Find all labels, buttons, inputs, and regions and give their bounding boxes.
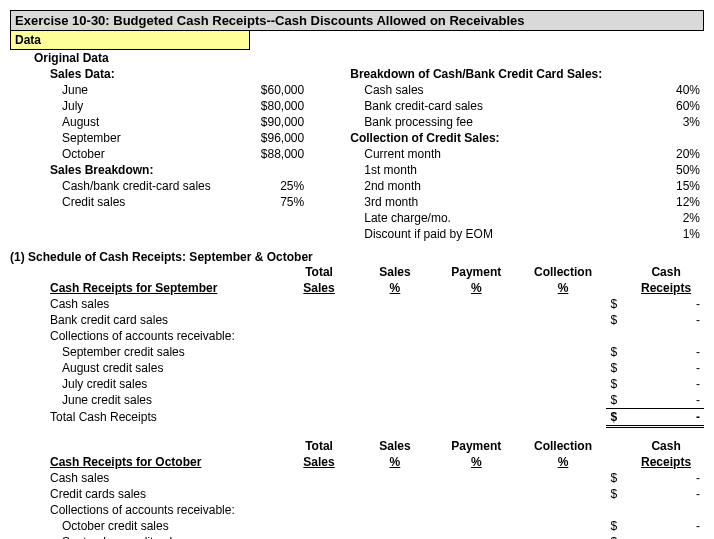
coll-disc-pct: 1% <box>626 226 704 242</box>
card-fee: Bank processing fee <box>346 114 612 130</box>
coll-cur-pct: 20% <box>626 146 704 162</box>
amt-oct: $88,000 <box>230 146 308 162</box>
dash: - <box>628 376 704 392</box>
dollar: $ <box>606 360 628 376</box>
col-total-sales-1: Total <box>281 264 357 280</box>
col-sales-pct-2: % <box>357 280 433 296</box>
dollar: $ <box>606 409 628 427</box>
dollar: $ <box>606 518 628 534</box>
card-cash-pct: 40% <box>626 82 704 98</box>
col-coll-pct-2b: % <box>520 454 607 470</box>
data-bar: Data <box>10 31 250 50</box>
month-sep: September <box>10 130 230 146</box>
dash: - <box>628 360 704 376</box>
oct-r1: Cash sales <box>10 470 281 486</box>
col-coll-pct-1b: Collection <box>520 438 607 454</box>
coll-m3: 3rd month <box>346 194 612 210</box>
oct-r2: Credit cards sales <box>10 486 281 502</box>
card-cash: Cash sales <box>346 82 612 98</box>
dash: - <box>628 534 704 539</box>
dollar: $ <box>606 312 628 328</box>
sales-breakdown-hdr: Sales Breakdown: <box>10 162 230 178</box>
dash: - <box>628 344 704 360</box>
card-bank: Bank credit-card sales <box>346 98 612 114</box>
dash: - <box>628 409 704 427</box>
coll-m2-pct: 15% <box>626 178 704 194</box>
bd-credit: Credit sales <box>10 194 230 210</box>
month-oct: October <box>10 146 230 162</box>
sep-r5: August credit sales <box>10 360 281 376</box>
title-bar: Exercise 10-30: Budgeted Cash Receipts--… <box>10 10 704 31</box>
month-aug: August <box>10 114 230 130</box>
coll-disc: Discount if paid by EOM <box>346 226 612 242</box>
oct-r4: October credit sales <box>10 518 281 534</box>
col-cash-r-2: Receipts <box>628 280 704 296</box>
coll-m1: 1st month <box>346 162 612 178</box>
col-cash-r-1b: Cash <box>628 438 704 454</box>
sales-data-hdr: Sales Data: <box>10 66 230 82</box>
dash: - <box>628 312 704 328</box>
sep-r6: July credit sales <box>10 376 281 392</box>
dash: - <box>628 518 704 534</box>
col-pay-pct-1b: Payment <box>433 438 520 454</box>
sep-hdr: Cash Receipts for September <box>10 280 281 296</box>
col-sales-pct-1: Sales <box>357 264 433 280</box>
oct-hdr: Cash Receipts for October <box>10 454 281 470</box>
sep-r2: Bank credit card sales <box>10 312 281 328</box>
dash: - <box>628 392 704 409</box>
col-sales-pct-2b: % <box>357 454 433 470</box>
col-cash-r-2b: Receipts <box>628 454 704 470</box>
sep-r4: September credit sales <box>10 344 281 360</box>
card-bank-pct: 60% <box>626 98 704 114</box>
col-pay-pct-2b: % <box>433 454 520 470</box>
sep-r7: June credit sales <box>10 392 281 409</box>
sep-r1: Cash sales <box>10 296 281 312</box>
bd-cashbank-pct: 25% <box>230 178 308 194</box>
card-breakdown-hdr: Breakdown of Cash/Bank Credit Card Sales… <box>346 66 626 82</box>
schedule-table: Total Sales Payment Collection Cash Cash… <box>10 264 704 539</box>
col-total-sales-1b: Total <box>281 438 357 454</box>
original-data-hdr: Original Data <box>10 50 704 66</box>
oct-r5: September credit sales <box>10 534 281 539</box>
col-coll-pct-2: % <box>520 280 607 296</box>
col-total-sales-2: Sales <box>281 280 357 296</box>
coll-late-pct: 2% <box>626 210 704 226</box>
original-data-table: Original Data Sales Data: Breakdown of C… <box>10 50 704 242</box>
dollar: $ <box>606 344 628 360</box>
dollar: $ <box>606 296 628 312</box>
col-coll-pct-1: Collection <box>520 264 607 280</box>
dollar: $ <box>606 486 628 502</box>
dollar: $ <box>606 376 628 392</box>
coll-m3-pct: 12% <box>626 194 704 210</box>
collection-hdr: Collection of Credit Sales: <box>346 130 626 146</box>
amt-sep: $96,000 <box>230 130 308 146</box>
col-pay-pct-1: Payment <box>433 264 520 280</box>
card-fee-pct: 3% <box>626 114 704 130</box>
amt-jun: $60,000 <box>230 82 308 98</box>
dash: - <box>628 296 704 312</box>
coll-cur: Current month <box>346 146 612 162</box>
sep-tot: Total Cash Receipts <box>10 409 281 427</box>
col-pay-pct-2: % <box>433 280 520 296</box>
col-cash-r-1: Cash <box>628 264 704 280</box>
coll-m2: 2nd month <box>346 178 612 194</box>
dollar: $ <box>606 534 628 539</box>
month-jun: June <box>10 82 230 98</box>
month-jul: July <box>10 98 230 114</box>
dollar: $ <box>606 470 628 486</box>
coll-late: Late charge/mo. <box>346 210 612 226</box>
bd-credit-pct: 75% <box>230 194 308 210</box>
sep-r3: Collections of accounts receivable: <box>10 328 281 344</box>
amt-aug: $90,000 <box>230 114 308 130</box>
schedule-1-hdr: (1) Schedule of Cash Receipts: September… <box>10 250 704 264</box>
col-total-sales-2b: Sales <box>281 454 357 470</box>
col-sales-pct-1b: Sales <box>357 438 433 454</box>
dash: - <box>628 486 704 502</box>
oct-r3: Collections of accounts receivable: <box>10 502 281 518</box>
coll-m1-pct: 50% <box>626 162 704 178</box>
bd-cashbank: Cash/bank credit-card sales <box>10 178 230 194</box>
dollar: $ <box>606 392 628 409</box>
dash: - <box>628 470 704 486</box>
amt-jul: $80,000 <box>230 98 308 114</box>
